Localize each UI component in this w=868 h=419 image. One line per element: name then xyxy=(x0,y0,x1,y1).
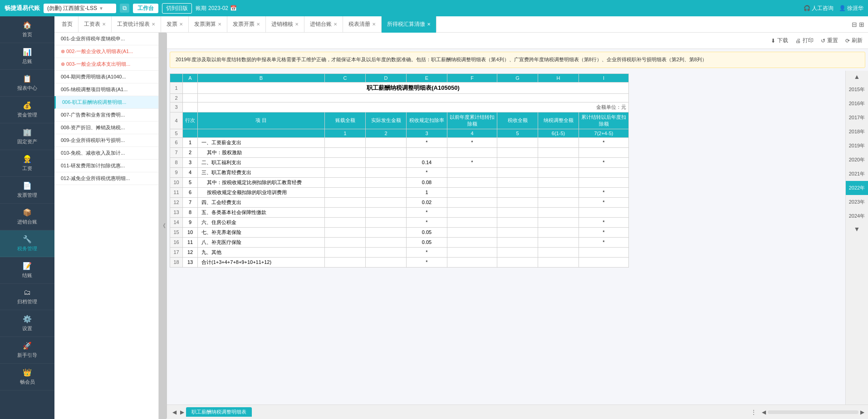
cell[interactable]: * xyxy=(407,257,447,267)
cell[interactable] xyxy=(538,207,579,217)
list-item[interactable]: ⊗003-一般企业成本支出明细... xyxy=(54,58,158,71)
year-nav-2024[interactable]: 2024年 xyxy=(846,209,868,223)
cell[interactable]: * xyxy=(407,167,447,177)
cell[interactable] xyxy=(538,187,579,197)
cell[interactable] xyxy=(447,227,497,237)
cell[interactable] xyxy=(447,257,497,267)
sidebar-item-ledger[interactable]: 📊 总账 xyxy=(0,43,54,70)
tab-payroll[interactable]: 工资表 ✕ xyxy=(78,16,112,33)
cell[interactable] xyxy=(579,167,629,177)
horizontal-scrollbar[interactable] xyxy=(768,410,858,414)
list-item[interactable]: 010-免税、减收收入及加计... xyxy=(54,147,158,160)
user-menu[interactable]: 👤 徐涯华 xyxy=(839,5,863,12)
help-link[interactable]: 🎧 人工咨询 xyxy=(804,5,834,12)
cell[interactable] xyxy=(447,217,497,227)
print-button[interactable]: 🖨 打印 xyxy=(795,37,814,44)
sidebar-item-fixed-assets[interactable]: 🏢 固定资产 xyxy=(0,123,54,150)
cell[interactable] xyxy=(447,207,497,217)
sidebar-item-invoice[interactable]: 📄 发票管理 xyxy=(0,177,54,204)
tab-invoice-open[interactable]: 发票开票 ✕ xyxy=(227,16,266,33)
cell[interactable] xyxy=(447,177,497,187)
tab-close-icon[interactable]: ✕ xyxy=(256,22,260,27)
cell[interactable] xyxy=(538,137,579,147)
cell[interactable]: * xyxy=(407,207,447,217)
cell[interactable] xyxy=(538,247,579,257)
cell[interactable] xyxy=(538,237,579,247)
year-nav-2020[interactable]: 2020年 xyxy=(846,153,868,167)
cell[interactable] xyxy=(579,247,629,257)
cell[interactable] xyxy=(366,237,407,247)
cell[interactable] xyxy=(325,167,366,177)
sheet-next-arrow[interactable]: ▶ xyxy=(180,409,184,415)
cell[interactable]: * xyxy=(447,157,497,167)
tab-close-icon[interactable]: ✕ xyxy=(102,22,106,27)
cell[interactable] xyxy=(447,147,497,157)
cell[interactable]: 0.05 xyxy=(407,237,447,247)
cell[interactable] xyxy=(497,227,538,237)
cell[interactable]: * xyxy=(579,137,629,147)
cell[interactable]: * xyxy=(407,217,447,227)
cell[interactable] xyxy=(325,137,366,147)
cell[interactable] xyxy=(325,157,366,167)
tab-income-tax[interactable]: 所得税汇算清缴 ✕ xyxy=(382,16,436,33)
cell[interactable]: * xyxy=(579,237,629,247)
cell[interactable]: 1 xyxy=(407,187,447,197)
year-down-arrow[interactable]: ▼ xyxy=(852,223,863,235)
scroll-left-icon[interactable]: ◀ xyxy=(762,409,766,415)
tab-minimize-icon[interactable]: ⊟ xyxy=(852,21,857,28)
cell[interactable] xyxy=(497,187,538,197)
cell[interactable]: * xyxy=(579,197,629,207)
download-button[interactable]: ⬇ 下载 xyxy=(771,37,788,44)
cell[interactable] xyxy=(447,247,497,257)
cell[interactable] xyxy=(538,227,579,237)
cell[interactable] xyxy=(579,177,629,187)
cell[interactable] xyxy=(579,257,629,267)
tab-sales-ledger[interactable]: 进销台账 ✕ xyxy=(304,16,343,33)
year-nav-2021[interactable]: 2021年 xyxy=(846,167,868,181)
year-nav-2022[interactable]: 2022年 xyxy=(846,181,868,195)
cell[interactable]: * xyxy=(579,157,629,167)
sidebar-item-vip[interactable]: 👑 畅会员 xyxy=(0,364,54,390)
sidebar-item-assets[interactable]: 💰 资金管理 xyxy=(0,97,54,123)
cell[interactable]: * xyxy=(407,137,447,147)
sidebar-item-reports[interactable]: 📋 报表中心 xyxy=(0,70,54,97)
year-nav-2016[interactable]: 2016年 xyxy=(846,97,868,111)
workbench-button[interactable]: 工作台 xyxy=(133,4,158,13)
list-item[interactable]: 008-资产折旧、摊销及纳税... xyxy=(54,122,158,134)
cell[interactable] xyxy=(497,257,538,267)
tab-close-icon[interactable]: ✕ xyxy=(179,22,183,27)
cell[interactable]: 0.02 xyxy=(407,197,447,207)
cell[interactable] xyxy=(325,237,366,247)
cell[interactable] xyxy=(366,227,407,237)
sidebar-item-home[interactable]: 🏠 首页 xyxy=(0,16,54,43)
tab-audit[interactable]: 进销稽核 ✕ xyxy=(266,16,304,33)
cell[interactable] xyxy=(538,197,579,207)
cell[interactable] xyxy=(497,207,538,217)
tab-close-icon[interactable]: ✕ xyxy=(295,22,299,27)
cell[interactable] xyxy=(538,257,579,267)
list-item[interactable]: 011-研发费用加计扣除优惠... xyxy=(54,160,158,172)
cell[interactable] xyxy=(325,197,366,207)
list-item[interactable]: 005-纳税调整项目明细表(A1... xyxy=(54,83,158,96)
cell[interactable] xyxy=(497,247,538,257)
sheet-options-icon[interactable]: ⋮ xyxy=(751,409,756,415)
sidebar-item-guide[interactable]: 🚀 新手引导 xyxy=(0,337,54,364)
cell[interactable] xyxy=(325,247,366,257)
list-item[interactable]: 007-广告费和业务宣传费明... xyxy=(54,109,158,122)
cell[interactable] xyxy=(366,167,407,177)
cell[interactable] xyxy=(497,197,538,207)
cell[interactable] xyxy=(538,157,579,167)
sidebar-item-archive[interactable]: 🗂 归档管理 xyxy=(0,284,54,310)
cell[interactable] xyxy=(497,147,538,157)
tab-tax-list[interactable]: 税表清册 ✕ xyxy=(343,16,382,33)
tab-close-icon[interactable]: ✕ xyxy=(333,22,337,27)
year-nav-2018[interactable]: 2018年 xyxy=(846,125,868,139)
cell[interactable] xyxy=(366,207,407,217)
tab-expand-icon[interactable]: ⊞ xyxy=(859,21,864,28)
company-selector[interactable]: (勿删) 江西脯宝-LSS ▼ xyxy=(44,4,116,13)
cell[interactable] xyxy=(447,167,497,177)
cell[interactable] xyxy=(497,137,538,147)
cell[interactable] xyxy=(497,217,538,227)
tab-close-icon[interactable]: ✕ xyxy=(218,22,221,27)
tab-payroll-stats[interactable]: 工资统计报表 ✕ xyxy=(112,16,161,33)
